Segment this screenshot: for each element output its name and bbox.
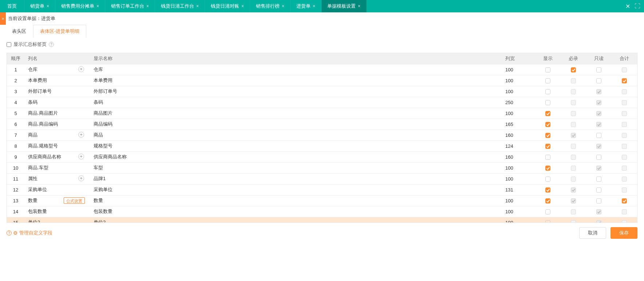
show-checkbox[interactable] — [545, 133, 550, 138]
table-row[interactable]: 14包装数量包装数量100 — [7, 206, 637, 217]
cell-display-name[interactable]: 品牌1 — [90, 173, 502, 184]
cell-display-name[interactable]: 规格型号 — [90, 140, 502, 151]
required-checkbox[interactable] — [571, 67, 576, 72]
cell-display-name[interactable]: 车型 — [90, 162, 502, 173]
table-row[interactable]: 6商品.商品编码商品编码165 — [7, 119, 637, 130]
table-row[interactable]: 1仓库+仓库100 — [7, 64, 637, 75]
table-row[interactable]: 15单位2单位2100 — [7, 217, 637, 222]
show-checkbox[interactable] — [545, 209, 550, 214]
cell-width[interactable]: 100 — [502, 64, 535, 75]
show-checkbox[interactable] — [545, 67, 550, 72]
table-row[interactable]: 11属性+品牌1100 — [7, 173, 637, 184]
show-checkbox[interactable] — [545, 177, 550, 182]
fullscreen-icon[interactable]: ⛶ — [635, 3, 640, 9]
cell-display-name[interactable]: 采购单位 — [90, 184, 502, 195]
table-row[interactable]: 5商品.商品图片商品图片100 — [7, 108, 637, 119]
show-checkbox[interactable] — [545, 89, 550, 94]
cell-display-name[interactable]: 商品编码 — [90, 119, 502, 130]
tab-close-icon[interactable]: × — [358, 4, 360, 9]
table-row[interactable]: 4条码条码250 — [7, 97, 637, 108]
tab-close-icon[interactable]: × — [47, 4, 49, 9]
tab-close-icon[interactable]: × — [282, 4, 284, 9]
top-tab[interactable]: 钱货日清工作台× — [155, 0, 205, 12]
cell-display-name[interactable]: 仓库 — [90, 64, 502, 75]
readonly-checkbox[interactable] — [596, 133, 601, 138]
cell-width[interactable]: 124 — [502, 140, 535, 151]
expand-chevron-icon[interactable]: » — [0, 12, 6, 25]
total-checkbox[interactable] — [622, 198, 627, 203]
table-row[interactable]: 7商品+商品160 — [7, 130, 637, 140]
cell-display-name[interactable]: 商品图片 — [90, 108, 502, 119]
top-tab[interactable]: 进货单× — [291, 0, 321, 12]
show-checkbox[interactable] — [545, 166, 550, 171]
cell-width[interactable]: 100 — [502, 162, 535, 173]
close-all-tabs-icon[interactable]: ✕ — [625, 3, 630, 10]
footer-help-icon[interactable]: ? — [7, 230, 12, 236]
cell-width[interactable]: 160 — [502, 130, 535, 140]
manage-custom-fields-link[interactable]: 管理自定义字段 — [19, 230, 52, 236]
show-checkbox[interactable] — [545, 187, 550, 193]
readonly-checkbox[interactable] — [596, 155, 601, 160]
top-tab[interactable]: 销货单× — [24, 0, 55, 12]
cell-width[interactable]: 250 — [502, 97, 535, 108]
formula-badge[interactable]: 公式设置 — [64, 197, 85, 204]
readonly-checkbox[interactable] — [596, 187, 601, 193]
cancel-button[interactable]: 取消 — [579, 227, 606, 239]
table-row[interactable]: 3外部订单号外部订单号100 — [7, 86, 637, 97]
table-row[interactable]: 8商品.规格型号规格型号124 — [7, 140, 637, 151]
cell-width[interactable]: 100 — [502, 195, 535, 206]
top-tab[interactable]: 首页 — [0, 0, 24, 12]
total-checkbox[interactable] — [622, 78, 627, 83]
cell-display-name[interactable]: 包装数量 — [90, 206, 502, 217]
add-child-icon[interactable]: + — [78, 154, 84, 159]
readonly-checkbox[interactable] — [596, 67, 601, 72]
cell-display-name[interactable]: 供应商商品名称 — [90, 151, 502, 162]
top-tab[interactable]: 单据模板设置× — [321, 0, 367, 12]
cell-width[interactable]: 100 — [502, 206, 535, 217]
cell-width[interactable]: 160 — [502, 151, 535, 162]
table-row[interactable]: 12采购单位采购单位131 — [7, 184, 637, 195]
show-checkbox[interactable] — [545, 144, 550, 149]
show-summary-tab-checkbox[interactable] — [7, 42, 11, 47]
cell-width[interactable]: 100 — [502, 173, 535, 184]
cell-display-name[interactable]: 商品 — [90, 130, 502, 140]
readonly-checkbox[interactable] — [596, 198, 601, 203]
show-checkbox[interactable] — [545, 78, 550, 83]
show-checkbox[interactable] — [545, 155, 550, 160]
cell-width[interactable]: 100 — [502, 217, 535, 222]
table-row[interactable]: 10商品.车型车型100 — [7, 162, 637, 173]
tab-close-icon[interactable]: × — [196, 4, 199, 9]
cell-display-name[interactable]: 本单费用 — [90, 75, 502, 86]
show-checkbox[interactable] — [545, 111, 550, 116]
cell-display-name[interactable]: 条码 — [90, 97, 502, 108]
readonly-checkbox[interactable] — [596, 177, 601, 182]
top-tab[interactable]: 销售订单工作台× — [105, 0, 155, 12]
cell-width[interactable]: 100 — [502, 75, 535, 86]
tab-close-icon[interactable]: × — [146, 4, 149, 9]
add-child-icon[interactable]: + — [78, 132, 84, 138]
cell-width[interactable]: 100 — [502, 86, 535, 97]
table-row[interactable]: 13数量公式设置数量100 — [7, 195, 637, 206]
tab-close-icon[interactable]: × — [313, 4, 315, 9]
top-tab[interactable]: 销售费用分摊单× — [55, 0, 105, 12]
tab-close-icon[interactable]: × — [96, 4, 99, 9]
save-button[interactable]: 保存 — [611, 227, 637, 239]
top-tab[interactable]: 钱货日清对账× — [205, 0, 250, 12]
cell-display-name[interactable]: 外部订单号 — [90, 86, 502, 97]
show-checkbox[interactable] — [545, 198, 550, 203]
cell-width[interactable]: 165 — [502, 119, 535, 130]
tab-header-area[interactable]: 表头区 — [5, 25, 33, 37]
show-checkbox[interactable] — [545, 122, 550, 127]
readonly-checkbox[interactable] — [596, 78, 601, 83]
add-child-icon[interactable]: + — [78, 66, 84, 72]
cell-display-name[interactable]: 单位2 — [90, 217, 502, 222]
tab-body-area[interactable]: 表体区-进货单明细 — [33, 25, 86, 37]
show-checkbox[interactable] — [545, 100, 550, 105]
table-row[interactable]: 9供应商商品名称+供应商商品名称160 — [7, 151, 637, 162]
top-tab[interactable]: 销售排行榜× — [250, 0, 291, 12]
cell-width[interactable]: 131 — [502, 184, 535, 195]
table-row[interactable]: 2本单费用本单费用100 — [7, 75, 637, 86]
cell-display-name[interactable]: 数量 — [90, 195, 502, 206]
add-child-icon[interactable]: + — [78, 175, 84, 181]
show-checkbox[interactable] — [545, 220, 550, 222]
